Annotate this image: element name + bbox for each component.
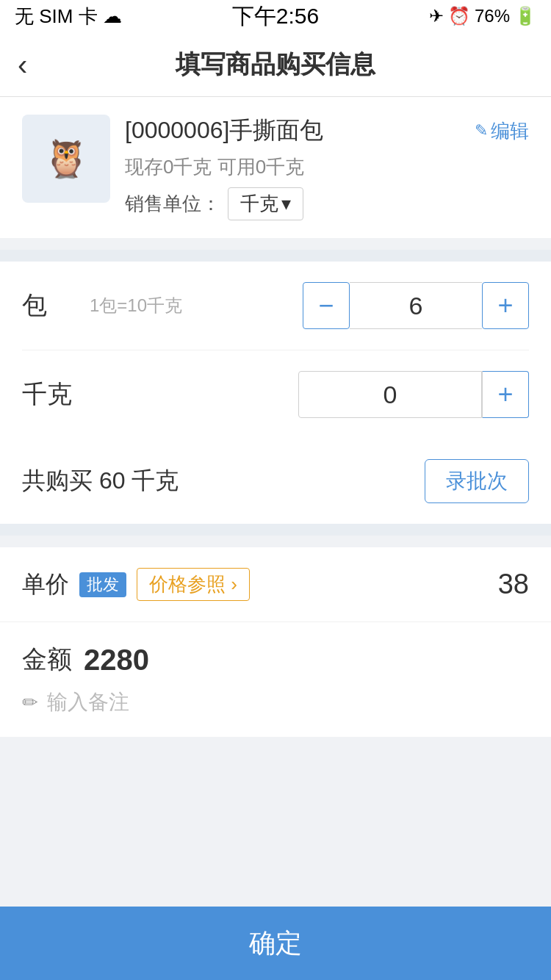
unit-select[interactable]: 千克 ▾ (228, 187, 303, 220)
product-info: [0000006]手撕面包 ✎ 编辑 现存0千克 可用0千克 销售单位： 千克 … (125, 115, 529, 220)
kg-input[interactable] (298, 371, 482, 418)
page-title: 填写商品购买信息 (176, 48, 375, 82)
bao-controls: − + (303, 282, 529, 329)
bao-increment-button[interactable]: + (482, 282, 529, 329)
kg-controls: + (298, 371, 529, 418)
battery-icon: 🔋 (514, 6, 536, 26)
amount-value: 2280 (84, 644, 149, 677)
status-left: 无 SIM 卡 ☁ (15, 4, 122, 29)
amount-label: 金额 (22, 643, 72, 677)
status-bar: 无 SIM 卡 ☁ 下午2:56 ✈ ⏰ 76% 🔋 (0, 0, 551, 32)
pencil-icon: ✏ (22, 691, 38, 714)
back-button[interactable]: ‹ (18, 50, 27, 79)
status-time: 下午2:56 (232, 1, 319, 32)
location-icon: ✈ (429, 6, 444, 26)
record-batch-button[interactable]: 录批次 (425, 459, 529, 503)
price-section: 单价 批发 价格参照 › 38 (0, 547, 551, 621)
product-name: [0000006]手撕面包 (125, 115, 323, 147)
unit-prefix-label: 销售单位： (125, 191, 220, 217)
bao-input[interactable] (350, 282, 482, 329)
status-right: ✈ ⏰ 76% 🔋 (429, 6, 536, 26)
edit-button[interactable]: ✎ 编辑 (475, 118, 529, 144)
unit-dropdown-arrow: ▾ (281, 192, 291, 215)
separator-2 (0, 524, 551, 536)
product-thumb-icon: 🦉 (43, 137, 89, 180)
price-label: 单价 (22, 569, 69, 601)
remark-placeholder: 输入备注 (47, 688, 129, 716)
total-label: 共购买 60 千克 (22, 465, 179, 497)
separator-1 (0, 250, 551, 262)
form-row-kg: 千克 + (22, 350, 529, 439)
sim-signal-text: 无 SIM 卡 ☁ (15, 4, 122, 29)
kg-increment-button[interactable]: + (482, 371, 529, 418)
total-section: 共购买 60 千克 录批次 (0, 439, 551, 524)
amount-section: 金额 2280 ✏ 输入备注 (0, 621, 551, 737)
amount-row: 金额 2280 (22, 643, 529, 677)
price-reference-button[interactable]: 价格参照 › (137, 568, 250, 601)
edit-label: 编辑 (491, 118, 529, 144)
nav-bar: ‹ 填写商品购买信息 (0, 32, 551, 97)
product-name-row: [0000006]手撕面包 ✎ 编辑 (125, 115, 529, 147)
product-thumbnail: 🦉 (22, 115, 110, 203)
bao-label: 包 (22, 289, 81, 323)
product-card: 🦉 [0000006]手撕面包 ✎ 编辑 现存0千克 可用0千克 销售单位： 千… (0, 97, 551, 238)
price-label-row: 单价 批发 价格参照 › (22, 568, 250, 601)
bao-hint: 1包=10千克 (90, 294, 182, 317)
edit-icon: ✎ (475, 121, 488, 140)
bao-decrement-button[interactable]: − (303, 282, 350, 329)
remark-row[interactable]: ✏ 输入备注 (22, 688, 529, 716)
unit-value: 千克 (240, 191, 278, 217)
battery-text: 76% (475, 6, 510, 26)
alarm-icon: ⏰ (448, 6, 470, 26)
confirm-button[interactable]: 确定 (0, 907, 551, 980)
product-unit-row: 销售单位： 千克 ▾ (125, 187, 529, 220)
kg-label: 千克 (22, 378, 81, 411)
price-badge: 批发 (79, 572, 126, 597)
form-section: 包 1包=10千克 − + 千克 + (0, 262, 551, 439)
price-value: 38 (498, 569, 529, 600)
product-stock: 现存0千克 可用0千克 (125, 154, 529, 180)
form-row-bao: 包 1包=10千克 − + (22, 262, 529, 350)
